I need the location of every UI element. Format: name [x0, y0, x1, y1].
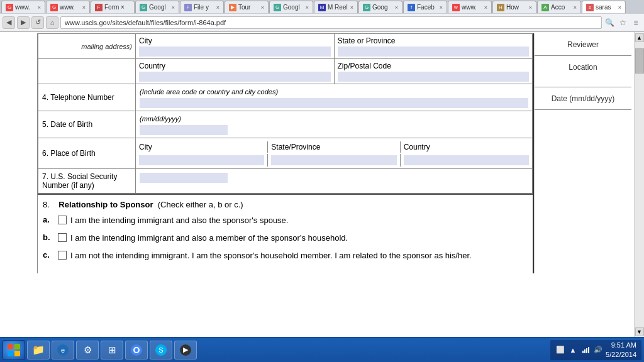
- tab-favicon-10: f: [408, 4, 415, 11]
- section-8-title: Relationship to Sponsor: [58, 200, 153, 209]
- tab-favicon-13: A: [541, 4, 549, 11]
- tab-form[interactable]: F Form ×: [91, 1, 135, 13]
- svg-rect-10: [588, 347, 589, 353]
- back-button[interactable]: ◀: [3, 16, 15, 29]
- place-birth-header: City State/Province Country: [136, 140, 532, 154]
- scroll-thumb[interactable]: [635, 48, 644, 74]
- svg-rect-3: [14, 351, 20, 356]
- scroll-down-button[interactable]: ▼: [635, 327, 644, 336]
- scroll-track[interactable]: [635, 42, 644, 327]
- address-bar[interactable]: [60, 16, 602, 29]
- zip-input[interactable]: [338, 72, 530, 82]
- location-section: Location: [535, 56, 631, 87]
- pob-city-input[interactable]: [139, 155, 264, 165]
- option-c-text: I am not the intending immigrant. I am t…: [70, 250, 472, 261]
- forward-button[interactable]: ▶: [17, 16, 30, 29]
- tab-tour[interactable]: ▶ Tour ×: [225, 1, 269, 13]
- ssn-input[interactable]: [140, 173, 228, 183]
- option-a-text: I am the intending immigrant and also th…: [70, 215, 288, 226]
- option-a-letter: a.: [43, 215, 54, 224]
- section-6-label: 6. Place of Birth: [38, 138, 136, 168]
- svg-rect-0: [8, 344, 13, 349]
- tab-favicon-3: F: [95, 4, 103, 11]
- tab-facebook[interactable]: f Faceb ×: [403, 1, 447, 13]
- browser-chrome: G www. × G www. × F Form × G Googl × F F…: [0, 0, 644, 32]
- country-input[interactable]: [139, 72, 331, 82]
- pob-state-label: State/Province: [268, 141, 400, 153]
- taskbar-media-button[interactable]: ▶: [174, 341, 197, 359]
- tab-www2[interactable]: G www. ×: [46, 1, 90, 13]
- system-clock[interactable]: 9:51 AM 5/22/2014: [606, 341, 636, 359]
- left-margin: [3, 33, 37, 273]
- pob-state-input[interactable]: [271, 155, 396, 165]
- taskbar-apps-button[interactable]: ⊞: [101, 341, 123, 359]
- taskbar-ie-button[interactable]: e: [52, 341, 74, 359]
- city-input[interactable]: [139, 47, 331, 57]
- tab-saras[interactable]: s saras ×: [582, 1, 626, 13]
- zip-postal-label: Zip/Postal Code: [338, 62, 391, 70]
- state-province-input[interactable]: [338, 47, 530, 57]
- apps-icon: ⊞: [106, 344, 118, 356]
- tray-volume-icon[interactable]: 🔊: [593, 345, 603, 355]
- star-icon[interactable]: ☆: [617, 17, 628, 28]
- address-row-1: mailing address) City State or Province: [38, 34, 532, 59]
- section-7-label: 7. U.S. Social Security Number (if any): [38, 169, 136, 193]
- section-4: 4. Telephone Number (Include area code o…: [38, 84, 533, 111]
- tab-www1[interactable]: G www. ×: [1, 1, 45, 13]
- tab-acco[interactable]: A Acco ×: [537, 1, 581, 13]
- search-icon[interactable]: 🔍: [604, 17, 615, 28]
- tab-how[interactable]: H How ×: [492, 1, 536, 13]
- scroll-up-button[interactable]: ▲: [635, 33, 644, 42]
- taskbar-skype-button[interactable]: S: [150, 341, 172, 359]
- dob-input[interactable]: [140, 125, 228, 135]
- tab-favicon-14: s: [586, 4, 594, 11]
- tab-google2[interactable]: G Googl ×: [269, 1, 313, 13]
- option-a-checkbox[interactable]: [58, 216, 67, 224]
- option-b: b. I am the intending immigrant and also…: [43, 233, 528, 244]
- tray-show-desktop-icon[interactable]: ⬜: [555, 345, 565, 355]
- tab-google1[interactable]: G Googl ×: [135, 1, 179, 13]
- system-tray: ⬜ ▲ 🔊 9:51 AM 5/22/2014: [550, 340, 641, 360]
- nav-icons: 🔍 ☆ ≡: [604, 17, 641, 28]
- section-5-hint: (mm/dd/yyyy): [140, 115, 181, 123]
- svg-rect-8: [584, 349, 586, 353]
- menu-icon[interactable]: ≡: [630, 17, 641, 28]
- taskbar-settings-button[interactable]: ⚙: [76, 341, 99, 359]
- pob-country-input[interactable]: [404, 155, 529, 165]
- refresh-button[interactable]: ↺: [31, 16, 44, 29]
- tab-favicon-9: G: [363, 4, 370, 11]
- tray-network-icon[interactable]: [580, 345, 591, 355]
- date-label: Date (mm/dd/yyyy): [552, 94, 615, 103]
- tab-www3[interactable]: w www. ×: [448, 1, 492, 13]
- home-button[interactable]: ⌂: [46, 16, 58, 29]
- taskbar: 📁 e ⚙ ⊞ S ▶ ⬜ ▲: [0, 337, 644, 362]
- pob-state-container: [268, 154, 400, 167]
- taskbar-chrome-button[interactable]: [125, 341, 148, 359]
- tab-favicon-2: G: [50, 4, 58, 11]
- option-c-letter: c.: [43, 250, 54, 260]
- state-province-container: State or Province: [335, 34, 533, 58]
- tray-up-arrow-icon[interactable]: ▲: [568, 345, 578, 355]
- taskbar-explorer-button[interactable]: 📁: [27, 341, 50, 359]
- tab-reels[interactable]: M M Reel ×: [314, 1, 358, 13]
- section-6-content: City State/Province Country: [136, 138, 532, 168]
- section-8: 8. Relationship to Sponsor (Check either…: [38, 194, 533, 273]
- start-button[interactable]: [3, 340, 25, 360]
- svg-rect-1: [14, 344, 20, 349]
- telephone-input[interactable]: [140, 98, 528, 108]
- skype-icon: S: [155, 344, 167, 356]
- option-b-checkbox[interactable]: [58, 233, 67, 242]
- tab-favicon-1: G: [6, 4, 13, 11]
- explorer-icon: 📁: [32, 344, 45, 356]
- section-6: 6. Place of Birth City State/Province Co…: [38, 138, 533, 169]
- tab-favicon-7: G: [274, 4, 281, 11]
- settings-icon: ⚙: [81, 344, 94, 356]
- option-c-checkbox[interactable]: [58, 251, 67, 260]
- section-5-label: 5. Date of Birth: [38, 111, 136, 138]
- tab-google3[interactable]: G Goog ×: [358, 1, 402, 13]
- date-section: Date (mm/dd/yyyy): [535, 87, 631, 110]
- tab-file[interactable]: F File y ×: [180, 1, 224, 13]
- svg-rect-7: [582, 351, 584, 353]
- scrollbar[interactable]: ▲ ▼: [634, 32, 644, 337]
- place-birth-inputs: [136, 154, 532, 167]
